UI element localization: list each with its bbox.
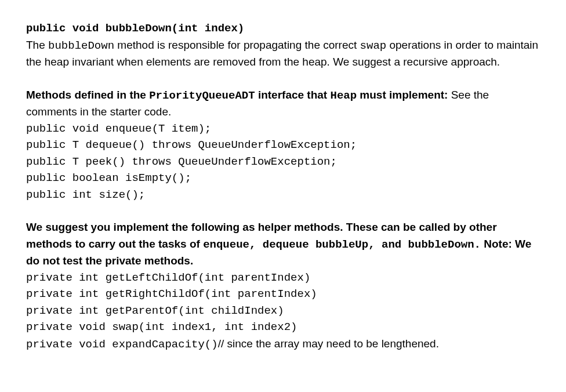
code-inline: bubbleDown [48,39,114,52]
section-helper-methods: We suggest you implement the following a… [26,219,540,353]
method-signature: private void expandCapacity() [26,338,218,351]
text: method is responsible for propagating th… [114,39,360,51]
method-signature: private int getLeftChildOf(int parentInd… [26,270,540,286]
section-bubbledown: public void bubbleDown(int index) The bu… [26,20,540,71]
method-signature: public void bubbleDown(int index) [26,20,540,37]
text-bold: must implement: [357,89,448,101]
method-signature: public boolean isEmpty(); [26,170,540,187]
method-signature: public int size(); [26,187,540,204]
method-signature: private int getRightChildOf(int parentIn… [26,286,540,303]
text-bold: interface that [255,89,331,101]
method-description: The bubbleDown method is responsible for… [26,37,540,71]
method-signature: private void swap(int index1, int index2… [26,319,540,336]
code-inline-bold: PriorityQueueADT [149,89,255,102]
section-interface-methods: Methods defined in the PriorityQueueADT … [26,87,540,204]
code-inline: swap [360,39,387,52]
code-comment: // since the array may need to be length… [218,337,439,350]
method-signature: private int getParentOf(int childIndex) [26,303,540,320]
method-signature: public void enqueue(T item); [26,121,540,137]
section-heading: We suggest you implement the following a… [26,219,540,270]
section-heading: Methods defined in the PriorityQueueADT … [26,87,540,121]
method-signature: public T peek() throws QueueUnderflowExc… [26,154,540,170]
text-bold: Methods defined in the [26,89,149,101]
code-inline-bold: enqueue, dequeue bubbleUp, and bubbleDow… [203,238,481,251]
method-signature: public T dequeue() throws QueueUnderflow… [26,137,540,154]
method-signature-with-comment: private void expandCapacity()// since th… [26,336,540,353]
text: The [26,39,48,51]
code-inline-bold: Heap [330,89,357,102]
